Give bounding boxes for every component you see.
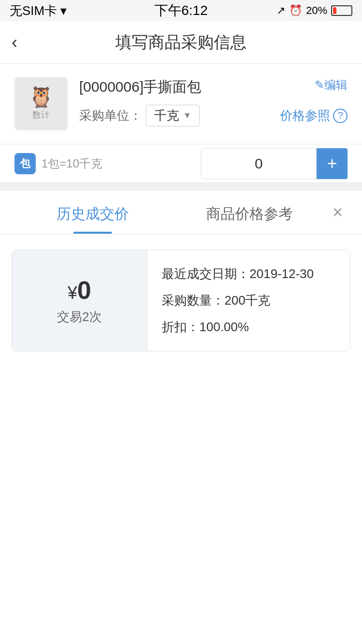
price-ref-label: 价格参照 bbox=[280, 107, 330, 124]
tab-price-ref-label: 商品价格参考 bbox=[206, 206, 293, 222]
status-time: 下午6:12 bbox=[154, 1, 208, 20]
purchase-quantity-row: 采购数量：200千克 bbox=[162, 291, 335, 310]
price-number: 0 bbox=[77, 276, 91, 304]
price-card: ¥0 交易2次 最近成交日期：2019-12-30 采购数量：200千克 折扣：… bbox=[12, 250, 350, 351]
price-times: 交易2次 bbox=[57, 308, 101, 325]
tab-active-indicator bbox=[73, 232, 112, 234]
quantity-input[interactable] bbox=[201, 148, 317, 179]
discount-label: 折扣： bbox=[162, 320, 199, 334]
battery-icon bbox=[331, 5, 352, 16]
purchase-quantity-label: 采购数量： bbox=[162, 293, 224, 308]
tab-product-price-ref[interactable]: 商品价格参考 bbox=[171, 191, 327, 234]
product-name: [0000006]手撕面包 bbox=[79, 77, 201, 97]
status-bar: 无SIM卡 ▾ 下午6:12 ↗ ⏰ 20% bbox=[0, 0, 362, 21]
purchase-quantity-value: 200千克 bbox=[224, 293, 270, 308]
unit-label-group: 采购单位： 千克 ▼ bbox=[79, 105, 200, 126]
help-icon: ? bbox=[333, 109, 348, 123]
discount-row: 折扣：100.00% bbox=[162, 318, 335, 336]
quantity-plus-button[interactable]: + bbox=[317, 148, 348, 179]
product-logo-text: 数计 bbox=[32, 109, 50, 121]
alarm-icon: ⏰ bbox=[289, 4, 302, 17]
page-title: 填写商品采购信息 bbox=[115, 31, 247, 54]
product-header: [0000006]手撕面包 ✎编辑 bbox=[79, 77, 348, 97]
product-info: [0000006]手撕面包 ✎编辑 采购单位： 千克 ▼ 价格参照 ? bbox=[79, 77, 348, 126]
quantity-row: 包 1包=10千克 + bbox=[0, 144, 362, 183]
price-currency: ¥ bbox=[68, 283, 77, 303]
tabs-container: 历史成交价 商品价格参考 × ¥0 交易2次 最近成交日期：2019-12-30… bbox=[0, 191, 362, 644]
discount-value: 100.00% bbox=[199, 320, 249, 334]
carrier-text: 无SIM卡 ▾ bbox=[10, 2, 67, 19]
recent-date-label: 最近成交日期： bbox=[162, 266, 250, 281]
section-separator bbox=[0, 183, 362, 191]
price-card-left: ¥0 交易2次 bbox=[12, 250, 147, 351]
quantity-unit-info: 包 1包=10千克 bbox=[14, 153, 102, 174]
edit-button[interactable]: ✎编辑 bbox=[315, 77, 348, 93]
tab-close-button[interactable]: × bbox=[328, 193, 348, 232]
recent-date-row: 最近成交日期：2019-12-30 bbox=[162, 265, 335, 283]
product-title: 手撕面包 bbox=[143, 79, 201, 95]
price-value: ¥0 bbox=[68, 276, 91, 305]
price-ref-button[interactable]: 价格参照 ? bbox=[280, 107, 348, 124]
tab-history-price[interactable]: 历史成交价 bbox=[14, 191, 171, 234]
status-left: 无SIM卡 ▾ bbox=[10, 2, 67, 19]
unit-selector[interactable]: 千克 ▼ bbox=[146, 105, 200, 126]
product-unit-row: 采购单位： 千克 ▼ 价格参照 ? bbox=[79, 105, 348, 126]
product-id: [0000006] bbox=[79, 79, 143, 95]
product-card: 🦉 数计 [0000006]手撕面包 ✎编辑 采购单位： 千克 ▼ 价格参照 ? bbox=[0, 64, 362, 144]
dropdown-arrow-icon: ▼ bbox=[183, 111, 192, 121]
conversion-text: 1包=10千克 bbox=[42, 156, 102, 171]
unit-label: 采购单位： bbox=[79, 107, 142, 124]
unit-badge: 包 bbox=[14, 153, 36, 174]
unit-value: 千克 bbox=[154, 107, 179, 124]
status-right: ↗ ⏰ 20% bbox=[277, 4, 352, 17]
tabs-header: 历史成交价 商品价格参考 × bbox=[0, 191, 362, 234]
price-card-right: 最近成交日期：2019-12-30 采购数量：200千克 折扣：100.00% bbox=[147, 250, 350, 351]
product-image: 🦉 数计 bbox=[14, 77, 68, 130]
bottom-area bbox=[0, 367, 362, 644]
quantity-controls: + bbox=[201, 148, 348, 179]
back-button[interactable]: ‹ bbox=[12, 32, 17, 53]
recent-date-value: 2019-12-30 bbox=[250, 266, 314, 281]
battery-percent: 20% bbox=[306, 4, 327, 17]
product-logo-icon: 🦉 bbox=[28, 87, 54, 107]
location-icon: ↗ bbox=[277, 4, 285, 17]
tab-history-label: 历史成交价 bbox=[56, 206, 129, 222]
nav-bar: ‹ 填写商品采购信息 bbox=[0, 21, 362, 64]
